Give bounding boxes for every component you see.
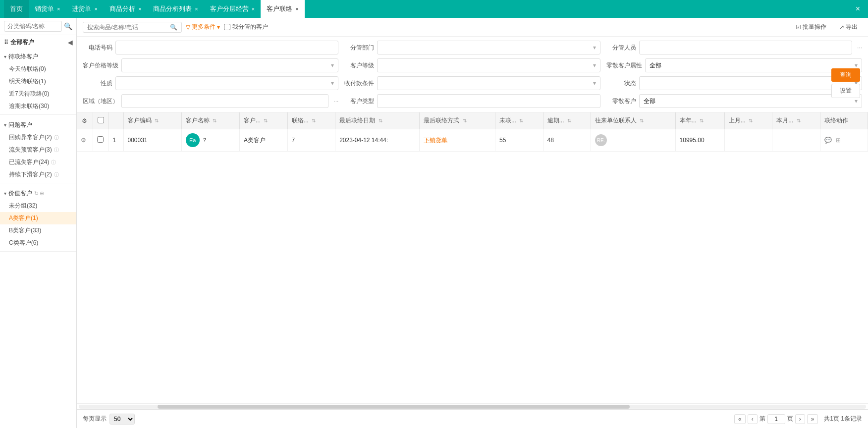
- refresh-icon[interactable]: ↻: [34, 190, 39, 197]
- select-all-checkbox[interactable]: [98, 117, 104, 123]
- sidebar-group-title-1[interactable]: ▾问题客户: [0, 119, 76, 131]
- sort-contact-icon[interactable]: ⇅: [312, 118, 316, 123]
- more-filters-button[interactable]: ▽ 更多条件 ▾: [186, 23, 220, 31]
- filter-customer-type-input[interactable]: [377, 94, 600, 108]
- sort-this-month-icon[interactable]: ⇅: [797, 118, 801, 123]
- row-unit-contact-0: RE.: [591, 129, 675, 152]
- sidebar-group-title-0[interactable]: ▾待联络客户: [0, 51, 76, 63]
- filter-dept-select[interactable]: ▾: [377, 41, 600, 54]
- first-page-button[interactable]: «: [734, 414, 746, 424]
- row-grid-icon-0[interactable]: ⊞: [836, 137, 841, 144]
- sidebar: 🔍 ⠿ 全部客户 ◀ ▾待联络客户今天待联络(0)明天待联络(1)近7天待联络(…: [0, 18, 77, 428]
- th-this-month: 本月... ⇅: [772, 112, 820, 129]
- sort-no-contact-icon[interactable]: ⇅: [519, 118, 523, 123]
- close-tab-goods-analysis-list-icon[interactable]: ×: [195, 6, 198, 12]
- th-this-year: 本年... ⇅: [675, 112, 724, 129]
- close-all-tabs-button[interactable]: ×: [852, 4, 864, 13]
- last-page-button[interactable]: »: [807, 414, 818, 424]
- close-tab-customer-contact-icon[interactable]: ×: [295, 6, 298, 12]
- nav-tab-goods-analysis[interactable]: 商品分析×: [104, 0, 147, 18]
- sidebar-search-input[interactable]: [4, 21, 62, 32]
- query-button[interactable]: 查询: [831, 68, 860, 82]
- my-customers-checkbox[interactable]: [224, 24, 230, 30]
- filter-region-select[interactable]: [121, 94, 328, 108]
- sidebar-item-ungrouped[interactable]: 未分组(32): [0, 200, 76, 212]
- filter-manager-select[interactable]: [639, 41, 852, 54]
- sidebar-group-1: ▾问题客户回购异常客户(2)ⓘ流失预警客户(3)ⓘ已流失客户(24)ⓘ持续下滑客…: [0, 118, 76, 186]
- sort-unit-contact-icon[interactable]: ⇅: [640, 118, 644, 123]
- sidebar-collapse-icon[interactable]: ◀: [68, 39, 72, 46]
- sidebar-item-lost[interactable]: 已流失客户(24)ⓘ: [0, 156, 76, 168]
- horizontal-scrollbar[interactable]: [77, 403, 868, 409]
- sidebar-item-tomorrow[interactable]: 明天待联络(1): [0, 75, 76, 88]
- row-chat-icon-0[interactable]: 💬: [824, 137, 832, 144]
- filter-phone-input[interactable]: [115, 41, 338, 54]
- nav-tab-customer-tier[interactable]: 客户分层经营×: [204, 0, 261, 18]
- sort-category-icon[interactable]: ⇅: [264, 118, 268, 123]
- th-overdue: 逾期... ⇅: [543, 112, 591, 129]
- row-last-date-0: 2023-04-12 14:44:: [335, 129, 420, 152]
- filter-manager-row: 分管人员 ···: [606, 41, 862, 54]
- filter-region-dots[interactable]: ···: [333, 98, 338, 105]
- filter-price-grade-select[interactable]: ▾: [121, 58, 338, 72]
- sidebar-search-icon[interactable]: 🔍: [64, 22, 72, 30]
- sort-last-date-icon[interactable]: ⇅: [379, 118, 382, 123]
- row-last-method-link-0[interactable]: 下销货单: [424, 137, 447, 144]
- row-contact-0: 7: [287, 129, 335, 152]
- nav-tab-sales[interactable]: 销货单×: [29, 0, 66, 18]
- sort-name-icon[interactable]: ⇅: [213, 118, 217, 123]
- sort-this-year-icon[interactable]: ⇅: [700, 118, 704, 123]
- main-search-icon[interactable]: 🔍: [170, 24, 177, 31]
- sidebar-item-today[interactable]: 今天待联络(0): [0, 63, 76, 75]
- sort-last-month-icon[interactable]: ⇅: [749, 118, 753, 123]
- nav-tab-purchase[interactable]: 进货单×: [66, 0, 103, 18]
- sidebar-item-label-overdue: 逾期未联络(30): [9, 102, 49, 110]
- sidebar-divider-2: [0, 251, 76, 252]
- export-button[interactable]: ↗ 导出: [835, 21, 862, 33]
- filter-payment-select[interactable]: ▾: [377, 76, 600, 90]
- filter-manager-dots[interactable]: ···: [857, 44, 862, 51]
- filter-price-grade-caret: ▾: [331, 62, 334, 69]
- sidebar-search-area: 🔍: [0, 18, 76, 35]
- sidebar-item-a-class[interactable]: A类客户(1): [0, 212, 76, 224]
- close-tab-goods-analysis-icon[interactable]: ×: [138, 6, 141, 12]
- page-number-input[interactable]: [767, 414, 785, 424]
- close-tab-purchase-icon[interactable]: ×: [94, 6, 97, 12]
- close-tab-customer-tier-icon[interactable]: ×: [252, 6, 255, 12]
- filter-payment-label: 收付款条件: [344, 79, 374, 88]
- nav-tab-customer-contact[interactable]: 客户联络×: [261, 0, 304, 18]
- gear-icon[interactable]: ⚙: [82, 117, 87, 124]
- sidebar-item-churn[interactable]: 流失预警客户(3)ⓘ: [0, 144, 76, 156]
- sidebar-item-overdue[interactable]: 逾期未联络(30): [0, 100, 76, 112]
- filter-nature-select[interactable]: ▾: [115, 76, 338, 90]
- sidebar-item-week[interactable]: 近7天待联络(0): [0, 88, 76, 100]
- row-gear-0[interactable]: ⚙: [77, 129, 93, 152]
- sidebar-item-b-class[interactable]: B类客户(33): [0, 224, 76, 237]
- nav-tab-home[interactable]: 首页: [4, 0, 29, 18]
- sidebar-item-c-class[interactable]: C类客户(6): [0, 237, 76, 249]
- sidebar-item-repurchase[interactable]: 回购异常客户(2)ⓘ: [0, 131, 76, 144]
- sidebar-group-title-2[interactable]: ▾价值客户↻⊕: [0, 187, 76, 200]
- nav-tab-goods-analysis-list[interactable]: 商品分析列表×: [147, 0, 204, 18]
- add-group-icon[interactable]: ⊕: [40, 190, 44, 197]
- filter-retail-attr-select[interactable]: 全部 ▾: [645, 58, 862, 72]
- sort-overdue-icon[interactable]: ⇅: [567, 118, 571, 123]
- next-page-button[interactable]: ›: [795, 414, 805, 424]
- scrollbar-thumb[interactable]: [158, 405, 630, 409]
- filter-retail-customer-select[interactable]: 全部 ▾: [639, 94, 862, 108]
- sort-code-icon[interactable]: ⇅: [155, 118, 159, 123]
- sidebar-item-label-declining: 持续下滑客户(2): [9, 170, 52, 179]
- sidebar-all-customers[interactable]: ⠿ 全部客户 ◀: [0, 35, 76, 50]
- settings-button[interactable]: 设置: [831, 84, 860, 98]
- main-search-input[interactable]: [87, 24, 168, 31]
- sort-last-method-icon[interactable]: ⇅: [463, 118, 467, 123]
- sidebar-item-label-ungrouped: 未分组(32): [9, 202, 37, 210]
- sidebar-item-declining[interactable]: 持续下滑客户(2)ⓘ: [0, 168, 76, 181]
- prev-page-button[interactable]: ‹: [748, 414, 758, 424]
- batch-operation-button[interactable]: ☑ 批量操作: [791, 21, 831, 33]
- page-size-select[interactable]: 50 100 200: [109, 414, 135, 425]
- filter-customer-grade-select[interactable]: ▾: [377, 58, 600, 72]
- filter-status-select[interactable]: ▾: [639, 76, 862, 90]
- close-tab-sales-icon[interactable]: ×: [57, 6, 60, 12]
- row-select-0[interactable]: [97, 136, 104, 143]
